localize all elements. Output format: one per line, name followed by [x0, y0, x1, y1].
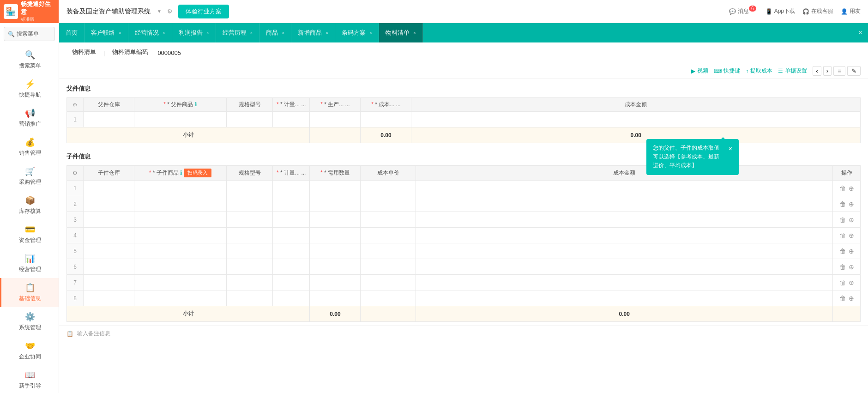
child-cost-amount-cell[interactable] — [416, 212, 833, 228]
child-unit-cost-cell[interactable] — [361, 290, 416, 306]
child-unit-cell[interactable] — [273, 243, 310, 259]
view-toggle[interactable]: ≡ — [833, 66, 845, 76]
app-download-button[interactable]: 📱 App下载 — [766, 7, 795, 15]
child-unit-cost-cell[interactable] — [361, 196, 416, 212]
sub-tab-bom-list[interactable]: 物料清单 — [66, 46, 102, 59]
sub-tab-bom-code[interactable]: 物料清单编码 — [107, 46, 154, 59]
nav-tab-barcode[interactable]: 条码方案× — [335, 23, 379, 42]
message-button[interactable]: 💬 消息 6 — [729, 7, 758, 15]
nav-tab-close-new-goods[interactable]: × — [326, 30, 328, 36]
delete-icon[interactable]: 🗑 — [839, 232, 846, 239]
child-unit-cell[interactable] — [273, 259, 310, 275]
child-cost-amount-cell[interactable] — [416, 228, 833, 243]
nav-tab-close-barcode[interactable]: × — [369, 30, 372, 36]
delete-icon[interactable]: 🗑 — [839, 263, 846, 271]
close-all-tabs[interactable]: × — [853, 29, 868, 37]
child-warehouse-cell[interactable] — [84, 290, 134, 306]
parent-warehouse-cell[interactable] — [84, 112, 134, 127]
child-cost-amount-cell[interactable] — [416, 275, 833, 290]
child-product-cell[interactable] — [134, 212, 227, 228]
child-unit-cell[interactable] — [273, 212, 310, 228]
toolbar-extract-cost[interactable]: ↑ 提取成本 — [746, 67, 772, 75]
sidebar-item-operations[interactable]: 📊 经营管理 — [0, 249, 59, 278]
sidebar-item-quick-nav[interactable]: ⚡ 快捷导航 — [0, 74, 59, 103]
sidebar-item-purchase[interactable]: 🛒 采购管理 — [0, 162, 59, 191]
child-product-cell[interactable] — [134, 181, 227, 196]
copy-icon[interactable]: ⊕ — [849, 295, 854, 302]
scan-button[interactable]: 扫码录入 — [184, 169, 211, 177]
sidebar-item-system[interactable]: ⚙️ 系统管理 — [0, 307, 59, 336]
child-product-help[interactable]: ℹ — [180, 169, 182, 176]
gear-icon[interactable]: ⚙ — [72, 102, 78, 108]
nav-tab-close-profit[interactable]: × — [206, 30, 209, 36]
child-qty-cell[interactable] — [310, 181, 361, 196]
sidebar-item-guide[interactable]: 📖 新手引导 — [0, 365, 59, 393]
trial-button[interactable]: 体验行业方案 — [178, 5, 229, 18]
sidebar-item-inventory[interactable]: 📦 库存核算 — [0, 191, 59, 220]
copy-icon[interactable]: ⊕ — [849, 279, 854, 286]
child-unit-cost-cell[interactable] — [361, 243, 416, 259]
child-spec-cell[interactable] — [227, 181, 273, 196]
sidebar-item-search[interactable]: 🔍 搜索菜单 — [0, 45, 59, 74]
nav-tab-operations[interactable]: 经营情况× — [128, 23, 172, 42]
tooltip-close-button[interactable]: × — [729, 144, 732, 154]
dropdown-arrow[interactable]: ▼ — [157, 9, 162, 14]
delete-icon[interactable]: 🗑 — [839, 279, 846, 286]
parent-product-help[interactable]: ℹ — [195, 101, 197, 108]
delete-icon[interactable]: 🗑 — [839, 200, 846, 208]
child-qty-cell[interactable] — [310, 196, 361, 212]
child-product-cell[interactable] — [134, 196, 227, 212]
sidebar-item-marketing[interactable]: 📢 营销推广 — [0, 103, 59, 133]
child-unit-cost-cell[interactable] — [361, 275, 416, 290]
child-product-cell[interactable] — [134, 275, 227, 290]
child-qty-cell[interactable] — [310, 243, 361, 259]
parent-cost-amount-cell[interactable] — [411, 112, 861, 127]
toolbar-shortcut[interactable]: ⌨ 快捷键 — [714, 67, 740, 75]
copy-icon[interactable]: ⊕ — [849, 232, 854, 239]
copy-icon[interactable]: ⊕ — [849, 185, 854, 192]
nav-tab-close-history[interactable]: × — [250, 30, 253, 36]
child-unit-cell[interactable] — [273, 228, 310, 243]
delete-icon[interactable]: 🗑 — [839, 185, 846, 192]
child-spec-cell[interactable] — [227, 259, 273, 275]
sidebar-item-basic-info[interactable]: 📋 基础信息 — [0, 278, 59, 307]
child-qty-cell[interactable] — [310, 290, 361, 306]
nav-tab-new-goods[interactable]: 新增商品× — [291, 23, 335, 42]
nav-tab-bom[interactable]: 物料清单× — [379, 23, 423, 42]
child-warehouse-cell[interactable] — [84, 228, 134, 243]
delete-icon[interactable]: 🗑 — [839, 216, 846, 224]
online-service-button[interactable]: 🎧 在线客服 — [802, 7, 833, 15]
child-unit-cost-cell[interactable] — [361, 212, 416, 228]
copy-icon[interactable]: ⊕ — [849, 200, 854, 208]
child-spec-cell[interactable] — [227, 196, 273, 212]
child-unit-cost-cell[interactable] — [361, 259, 416, 275]
nav-tab-close-goods[interactable]: × — [282, 30, 284, 36]
child-cost-amount-cell[interactable] — [416, 259, 833, 275]
delete-icon[interactable]: 🗑 — [839, 295, 846, 302]
child-warehouse-cell[interactable] — [84, 196, 134, 212]
parent-cost-cell[interactable] — [361, 112, 411, 127]
notes-label[interactable]: 输入备注信息 — [77, 330, 110, 338]
child-unit-cell[interactable] — [273, 290, 310, 306]
child-product-cell[interactable] — [134, 228, 227, 243]
child-spec-cell[interactable] — [227, 290, 273, 306]
parent-spec-cell[interactable] — [227, 112, 273, 127]
sidebar-search[interactable]: 🔍 搜索菜单 — [0, 23, 59, 45]
sidebar-item-finance[interactable]: 💳 资金管理 — [0, 220, 59, 249]
sidebar-item-enterprise[interactable]: 🤝 企业协同 — [0, 336, 59, 365]
parent-prod-cell[interactable] — [310, 112, 361, 127]
child-qty-cell[interactable] — [310, 212, 361, 228]
child-cost-amount-cell[interactable] — [416, 243, 833, 259]
nav-tab-close-operations[interactable]: × — [163, 30, 165, 36]
nav-prev[interactable]: ‹ — [813, 66, 821, 76]
nav-tab-goods[interactable]: 商品× — [259, 23, 291, 42]
child-qty-cell[interactable] — [310, 228, 361, 243]
nav-tab-customer[interactable]: 客户联络× — [84, 23, 128, 42]
child-warehouse-cell[interactable] — [84, 212, 134, 228]
parent-unit-cell[interactable] — [273, 112, 310, 127]
copy-icon[interactable]: ⊕ — [849, 263, 854, 271]
sidebar-item-sales[interactable]: 💰 销售管理 — [0, 133, 59, 162]
child-warehouse-cell[interactable] — [84, 259, 134, 275]
child-warehouse-cell[interactable] — [84, 243, 134, 259]
child-cost-amount-cell[interactable] — [416, 181, 833, 196]
